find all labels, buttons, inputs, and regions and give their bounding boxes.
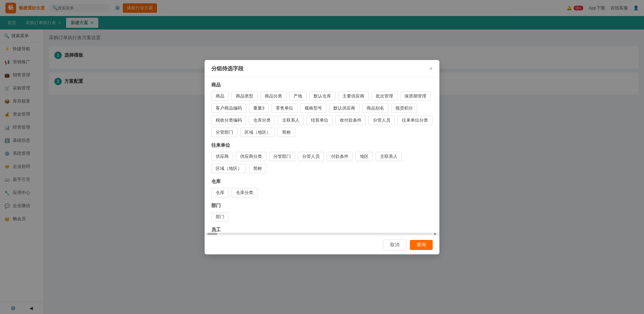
field-chip-goods-18[interactable]: 结算单位 [307,116,333,125]
field-chip-goods-20[interactable]: 分管人员 [369,116,395,125]
field-chip-goods-17[interactable]: 主联系人 [278,116,304,125]
field-chip-cp-4[interactable]: 付款条件 [327,152,353,161]
field-chip-goods-15[interactable]: 税收分类编码 [211,116,246,125]
field-chip-cp-3[interactable]: 分管人员 [298,152,324,161]
modal-hscrollbar[interactable]: ▶ [205,233,439,235]
section-title-staff: 员工 [211,227,433,233]
field-chip-goods-22[interactable]: 分管部门 [211,128,237,137]
modal-cancel-btn[interactable]: 取消 [383,240,407,250]
field-chip-goods-0[interactable]: 商品 [211,91,229,101]
field-chip-goods-10[interactable]: 零售单位 [271,104,298,113]
field-chip-goods-4[interactable]: 默认仓库 [309,91,335,101]
field-chips-warehouse: 仓库 仓库分类 [211,188,433,197]
field-select-modal: 分组待选字段 × 商品 商品 商品类型 商品分类 产地 默认仓库 主要供应商 批… [205,60,439,254]
field-chip-goods-7[interactable]: 保质期管理 [400,91,431,101]
field-chips-counterparty: 供应商 供应商分类 分管部门 分管人员 付款条件 地区 主联系人 区域（地区） … [211,152,433,173]
field-chip-goods-5[interactable]: 主要供应商 [338,91,369,101]
field-chip-cp-6[interactable]: 主联系人 [376,152,402,161]
field-chip-wh-1[interactable]: 仓库分类 [231,188,258,197]
field-chip-goods-11[interactable]: 规格型号 [300,104,326,113]
field-chips-dept: 部门 [211,212,433,222]
field-chip-goods-3[interactable]: 产地 [289,91,307,101]
field-chip-goods-21[interactable]: 往来单位分类 [397,116,432,125]
field-chip-cp-2[interactable]: 分管部门 [269,152,295,161]
field-chip-cp-5[interactable]: 地区 [356,152,373,161]
field-chip-goods-6[interactable]: 批次管理 [371,91,397,101]
field-chip-goods-24[interactable]: 简称 [278,128,295,137]
field-chip-goods-12[interactable]: 默认供应商 [329,104,360,113]
field-chip-dept-0[interactable]: 部门 [211,212,229,222]
modal-close-btn[interactable]: × [429,66,433,72]
field-chip-goods-14[interactable]: 拣货积分 [391,104,417,113]
field-chip-goods-23[interactable]: 区域（地区） [240,128,275,137]
modal-footer: 取消 查询 [205,235,439,254]
field-chip-goods-1[interactable]: 商品类型 [231,91,258,101]
section-title-goods: 商品 [211,82,433,88]
field-chip-cp-7[interactable]: 区域（地区） [211,164,246,173]
modal-confirm-btn[interactable]: 查询 [410,240,433,250]
field-chip-goods-16[interactable]: 仓库分类 [249,116,275,125]
field-chip-cp-8[interactable]: 简称 [249,164,266,173]
modal-overlay: 分组待选字段 × 商品 商品 商品类型 商品分类 产地 默认仓库 主要供应商 批… [0,0,644,314]
field-chip-cp-0[interactable]: 供应商 [211,152,233,161]
field-chip-cp-1[interactable]: 供应商分类 [236,152,266,161]
field-chip-wh-0[interactable]: 仓库 [211,188,229,197]
section-title-dept: 部门 [211,203,433,209]
field-chip-goods-8[interactable]: 客户商品编码 [211,104,246,113]
field-chip-goods-19[interactable]: 收付款条件 [335,116,366,125]
field-chips-goods: 商品 商品类型 商品分类 产地 默认仓库 主要供应商 批次管理 保质期管理 客户… [211,91,433,137]
field-chip-goods-2[interactable]: 商品分类 [260,91,286,101]
section-title-counterparty: 往来单位 [211,142,433,148]
section-title-warehouse: 仓库 [211,179,433,185]
modal-title: 分组待选字段 [211,65,244,72]
modal-body[interactable]: 商品 商品 商品类型 商品分类 产地 默认仓库 主要供应商 批次管理 保质期管理… [205,77,439,233]
field-chip-goods-13[interactable]: 商品别名 [362,104,388,113]
modal-header: 分组待选字段 × [205,60,439,77]
field-chip-goods-9[interactable]: 重量3 [249,104,269,113]
